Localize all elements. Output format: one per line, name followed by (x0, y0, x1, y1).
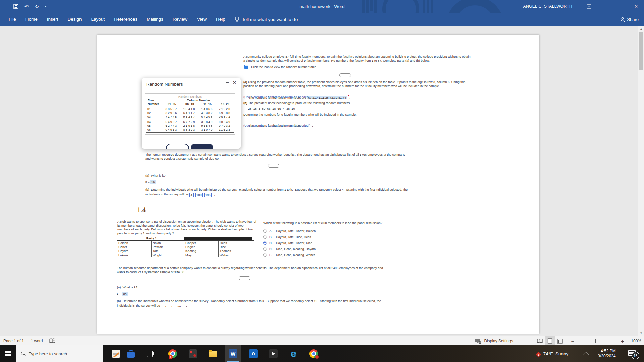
restore-button[interactable] (612, 0, 628, 13)
taskbar-search-box[interactable]: Type here to search (16, 345, 103, 362)
action-center-button[interactable]: 18 (623, 345, 641, 362)
k-label: k = (145, 180, 150, 184)
display-settings-button[interactable]: Display Settings (475, 338, 513, 344)
divider-toggle[interactable]: ··· (339, 73, 351, 77)
start-button[interactable] (0, 345, 16, 362)
row-values: 54907 (163, 120, 180, 124)
zoom-percentage[interactable]: 100% (627, 339, 641, 343)
edge-icon: e (291, 349, 297, 359)
answer-input-box[interactable] (173, 303, 177, 307)
zoom-out-button[interactable]: − (571, 338, 574, 344)
proofing-icon[interactable] (49, 338, 55, 344)
scrollbar-thumb[interactable] (639, 32, 643, 70)
file-explorer-button[interactable] (205, 345, 221, 362)
answer-input-box[interactable] (182, 303, 186, 307)
option-text: Haydra, Tate, Rice, Ochs (276, 235, 311, 239)
answer-input-box[interactable] (161, 303, 165, 307)
option-d[interactable]: D.Rice, Ochs, Keating, Haydra (263, 247, 316, 251)
part-a-text: Using the provided random number table, … (243, 80, 466, 88)
radio-button[interactable] (263, 247, 267, 251)
column-range: 11–15 (199, 102, 216, 106)
popup-secondary-button[interactable] (166, 144, 189, 149)
minimize-button[interactable]: — (597, 0, 612, 13)
edge-taskbar-button[interactable]: e (285, 345, 302, 362)
tell-me-box[interactable]: Tell me what you want to do (235, 16, 298, 22)
party-member: Haydra (118, 249, 151, 253)
option-e[interactable]: E.Rice, Ochs, Keating, Weber (263, 253, 315, 257)
share-button[interactable]: Share (620, 17, 639, 22)
row-values: 46382 (198, 111, 216, 115)
scroll-up-arrow[interactable]: ▲ (638, 26, 644, 32)
ribbon-display-options-button[interactable] (581, 0, 597, 13)
read-mode-button[interactable] (535, 336, 545, 346)
task-view-icon (146, 351, 154, 357)
zoom-slider-handle[interactable] (595, 339, 596, 343)
problem1-part-b: (b) The president uses technology to pro… (243, 101, 474, 105)
chrome-profile2-button[interactable] (306, 345, 322, 362)
radio-button[interactable] (263, 235, 267, 239)
answer-input-box[interactable]: 4 (189, 193, 194, 197)
row-values: 38597 (163, 107, 180, 111)
popup-primary-button[interactable] (191, 144, 213, 149)
pinned-game-app[interactable] (185, 345, 201, 362)
print-layout-button[interactable] (545, 336, 555, 346)
radio-button[interactable] (263, 253, 267, 257)
scroll-down-arrow[interactable]: ▼ (638, 330, 644, 336)
table-caption: Random Numbers (145, 95, 235, 98)
row-values: 71920 (216, 107, 234, 111)
answer-input-box[interactable]: 100 (195, 193, 203, 197)
party-member: Weber (220, 253, 253, 257)
divider-toggle[interactable]: ··· (268, 164, 279, 168)
party1-header: Party 1 (117, 237, 185, 240)
word-count[interactable]: 1 word (31, 339, 43, 343)
task-view-button[interactable] (142, 345, 158, 362)
ribbon-tab-mailings[interactable]: Mailings (142, 13, 168, 26)
pinned-photos-app[interactable] (265, 345, 281, 362)
radio-button[interactable] (263, 241, 267, 245)
ribbon-tab-design[interactable]: Design (63, 13, 87, 26)
problem4-intro: The human resource department at a certa… (117, 266, 383, 274)
ribbon-tab-help[interactable]: Help (211, 13, 230, 26)
ribbon-tab-view[interactable]: View (192, 13, 211, 26)
zoom-control: − + 100% (571, 338, 641, 344)
ribbon-tab-review[interactable]: Review (168, 13, 192, 26)
k-answer-field[interactable]: 96 (150, 180, 156, 184)
tray-overflow-button[interactable] (581, 345, 591, 362)
answer-input-box[interactable]: 196 (204, 193, 212, 197)
popup-close-button[interactable]: ✕ (233, 80, 236, 85)
windows-logo-icon (5, 351, 11, 356)
random-table-icon[interactable] (244, 65, 248, 69)
k-answer-field[interactable]: 83 (122, 292, 127, 296)
zoom-slider[interactable] (577, 341, 618, 341)
popup-minimize-button[interactable]: – (226, 79, 229, 85)
page-indicator[interactable]: Page 1 of 1 (3, 339, 24, 343)
header-divider-tick (184, 237, 252, 240)
ribbon-tab-home[interactable]: Home (21, 13, 42, 26)
answer-input-box[interactable] (167, 303, 171, 307)
zoom-in-button[interactable]: + (621, 338, 624, 344)
option-b[interactable]: B.Haydra, Tate, Rice, Ochs (263, 235, 311, 239)
answer-field[interactable]: 67,21,41,11,28,72,39,81,74 (307, 96, 347, 99)
party-member: Carter (118, 245, 151, 249)
option-c[interactable]: C.Haydra, Tate, Carter, Rice (263, 241, 312, 245)
weather-widget[interactable]: 1 74°F Sunny (528, 345, 579, 362)
divider-toggle[interactable]: ··· (239, 276, 250, 280)
radio-button[interactable] (263, 229, 267, 233)
vertical-scrollbar: ▲ ▼ (638, 26, 644, 336)
pinned-notes-app[interactable] (109, 345, 123, 362)
account-name[interactable]: ANGEL C. STALLWORTH (523, 4, 572, 9)
ribbon-tab-layout[interactable]: Layout (87, 13, 110, 26)
outlook-taskbar-button[interactable]: o (245, 345, 261, 362)
answer-input-box[interactable] (216, 192, 220, 196)
option-a[interactable]: A.Haydra, Tate, Carter, Bolden (263, 229, 316, 233)
word-taskbar-button[interactable]: W (225, 345, 241, 362)
web-layout-button[interactable] (555, 336, 565, 346)
ribbon-tab-insert[interactable]: Insert (42, 13, 63, 26)
ribbon-tab-file[interactable]: File (4, 13, 21, 26)
pinned-store-app[interactable] (123, 345, 138, 362)
clock-widget[interactable]: 4:52 PM3/20/2024 (592, 345, 621, 362)
chrome-taskbar-button[interactable]: A (165, 345, 181, 362)
close-button[interactable]: ✕ (628, 0, 644, 13)
ribbon-tab-references[interactable]: References (109, 13, 142, 26)
problem4-k-line: k = 83 (117, 292, 128, 296)
